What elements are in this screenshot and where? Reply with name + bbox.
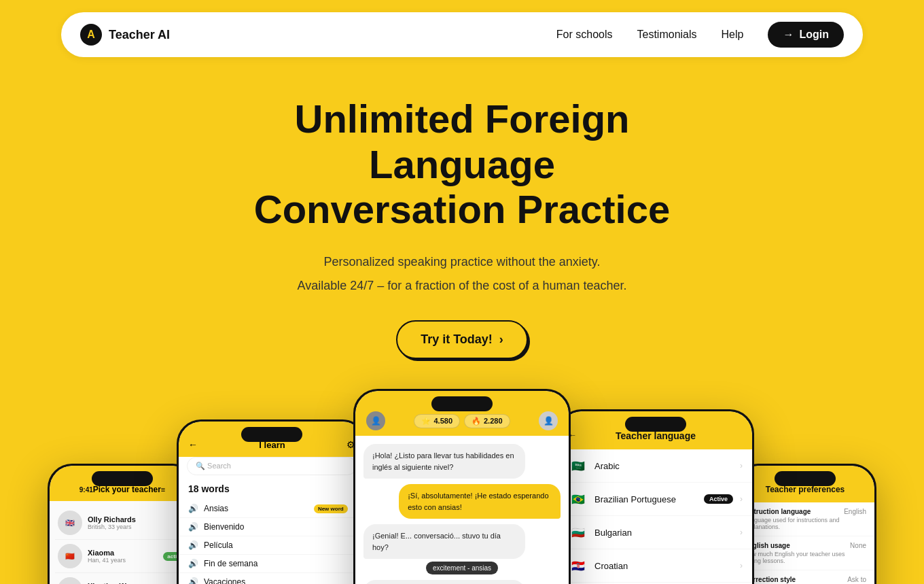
nav-help[interactable]: Help bbox=[722, 29, 744, 41]
p3-scores: ⭐ 4.580 🔥 2.280 bbox=[414, 414, 510, 428]
language-flag: 🇧🇷 bbox=[569, 489, 588, 509]
pref-value: English bbox=[844, 508, 866, 515]
teacher-name: Xiaoma bbox=[88, 549, 158, 557]
logo[interactable]: A Teacher AI bbox=[80, 24, 170, 46]
p3-score1: ⭐ 4.580 bbox=[414, 414, 460, 428]
hero-subtext-1: Personalized speaking practice without t… bbox=[14, 252, 910, 273]
p3-user-avatar: 👤 bbox=[539, 411, 558, 430]
chat-bubble: ¡Genial! E... conversació... stuvo tu dí… bbox=[363, 524, 525, 559]
nav-for-schools[interactable]: For schools bbox=[556, 29, 613, 41]
language-row: 🇧🇬 Bulgarian › bbox=[559, 516, 752, 549]
teacher-avatar: 🇬🇧 bbox=[58, 511, 82, 535]
chat-bubble: ¡Hola! ¿Listo para llevar tus habilidade… bbox=[363, 444, 525, 479]
word-row: 🔊 Película › bbox=[179, 536, 365, 555]
new-word-badge: New word bbox=[314, 504, 348, 513]
teacher-row: 🇬🇧 Olly Richards British, 33 years bbox=[55, 506, 190, 540]
p2-words-count: 18 words bbox=[179, 481, 365, 500]
phone-teacher-picker: 9:41 Pick your teacher ≡ 🇬🇧 Olly Richard… bbox=[48, 464, 197, 584]
pref-label: English usage bbox=[744, 542, 850, 549]
language-flag: 🇸🇦 bbox=[569, 456, 588, 475]
language-name: Bulgarian bbox=[594, 528, 733, 538]
phone-notch bbox=[92, 471, 153, 486]
p3-avatar: 👤 bbox=[366, 411, 385, 430]
phone-chat: 👤 ⭐ 4.580 🔥 2.280 👤 ¡Hola! ¿Listo para l… bbox=[353, 389, 571, 584]
language-name: Arabic bbox=[594, 461, 733, 471]
word-row: 🔊 Ansias New word › bbox=[179, 500, 365, 518]
p3-chat-area: ¡Hola! ¿Listo para llevar tus habilidade… bbox=[355, 436, 569, 584]
teacher-row: 🇨🇳 Xiaoting Wang Chinese, 30 years bbox=[55, 573, 190, 584]
chevron-right-icon: › bbox=[740, 528, 743, 537]
chat-bubble: ¡Sí, absolutamente! ¡He estado esperando… bbox=[399, 484, 561, 519]
phone-preferences: Teacher preferences Instruction language… bbox=[734, 464, 876, 584]
teacher-sub: British, 33 years bbox=[88, 523, 187, 530]
pref-value: Ask to repeat bbox=[835, 576, 866, 584]
phones-showcase: 9:41 Pick your teacher ≡ 🇬🇧 Olly Richard… bbox=[0, 389, 924, 584]
chat-bubble: excitement - ansias bbox=[426, 562, 498, 574]
language-row: 🇸🇦 Arabic › bbox=[559, 449, 752, 483]
cta-chevron-icon: › bbox=[499, 332, 503, 347]
phone-notch bbox=[431, 396, 493, 411]
p1-title: Pick your teacher bbox=[93, 485, 161, 494]
pref-label: Correction style bbox=[744, 576, 835, 583]
teacher-avatar: 🇨🇳 bbox=[58, 577, 82, 584]
pref-value: None bbox=[850, 542, 866, 549]
p4-language-list: 🇸🇦 Arabic › 🇧🇷 Brazilian Portuguese Acti… bbox=[559, 449, 752, 584]
logo-icon: A bbox=[80, 24, 102, 46]
pref-desc: Language used for instructions and expla… bbox=[744, 517, 844, 530]
speaker-icon: 🔊 bbox=[188, 540, 198, 550]
language-row: 🇧🇷 Brazilian Portuguese Active › bbox=[559, 483, 752, 516]
speaker-icon: 🔊 bbox=[188, 504, 198, 513]
word-text: Vacaciones bbox=[204, 577, 348, 584]
language-name: Brazilian Portuguese bbox=[594, 494, 697, 504]
word-row: 🔊 Fin de semana › bbox=[179, 555, 365, 573]
teacher-info: Olly Richards British, 33 years bbox=[88, 515, 187, 530]
speaker-icon: 🔊 bbox=[188, 577, 198, 584]
pref-desc: How much English your teacher uses durin… bbox=[744, 551, 850, 564]
p2-search[interactable]: 🔍 Search bbox=[187, 457, 357, 475]
chevron-right-icon: › bbox=[740, 561, 743, 570]
phone-notch bbox=[775, 471, 836, 486]
pref-label: Instruction language bbox=[744, 508, 844, 515]
teacher-avatar: 🇨🇳 bbox=[58, 544, 82, 568]
phone-language-list: ← Teacher language 🇸🇦 Arabic › 🇧🇷 Brazil… bbox=[557, 409, 754, 584]
login-button[interactable]: → Login bbox=[768, 22, 844, 48]
word-text: Fin de semana bbox=[204, 559, 348, 568]
chevron-right-icon: › bbox=[740, 461, 743, 470]
language-flag: 🇧🇬 bbox=[569, 523, 588, 542]
teacher-info: Xiaoma Han, 41 years bbox=[88, 549, 158, 564]
nav-testimonials[interactable]: Testimonials bbox=[637, 29, 697, 41]
word-text: Ansias bbox=[204, 504, 308, 513]
language-row: 🇭🇷 Croatian › bbox=[559, 549, 752, 583]
preference-row: English usage How much English your teac… bbox=[736, 536, 874, 570]
hero-subtext-2: Available 24/7 – for a fraction of the c… bbox=[14, 275, 910, 296]
phone-vocabulary: ← I learn ⚙ 🔍 Search 18 words 🔊 Ansias N… bbox=[177, 419, 367, 584]
word-row: 🔊 Bienvenido › bbox=[179, 518, 365, 536]
hero-heading: Unlimited Foreign Language Conversation … bbox=[207, 97, 717, 233]
teacher-name: Olly Richards bbox=[88, 515, 187, 523]
phone-notch bbox=[241, 427, 302, 442]
speaker-icon: 🔊 bbox=[188, 559, 198, 568]
hero-section: Unlimited Foreign Language Conversation … bbox=[0, 69, 924, 359]
p5-prefs-list: Instruction language Language used for i… bbox=[736, 502, 874, 584]
p3-score2: 🔥 2.280 bbox=[464, 414, 510, 428]
language-flag: 🇭🇷 bbox=[569, 556, 588, 575]
chevron-right-icon: › bbox=[740, 494, 743, 504]
preference-row: Instruction language Language used for i… bbox=[736, 502, 874, 536]
nav-links: For schools Testimonials Help → Login bbox=[556, 22, 844, 48]
teacher-row: 🇨🇳 Xiaoma Han, 41 years active bbox=[55, 540, 190, 573]
active-badge: Active bbox=[704, 494, 733, 504]
language-name: Croatian bbox=[594, 561, 733, 571]
teacher-sub: Han, 41 years bbox=[88, 557, 158, 564]
login-arrow-icon: → bbox=[783, 29, 794, 41]
p1-teachers-list: 🇬🇧 Olly Richards British, 33 years 🇨🇳 Xi… bbox=[50, 501, 195, 584]
word-row: 🔊 Vacaciones › bbox=[179, 573, 365, 584]
cta-button[interactable]: Try it Today! › bbox=[396, 320, 528, 359]
speaker-icon: 🔊 bbox=[188, 522, 198, 532]
p2-words-list: 🔊 Ansias New word › 🔊 Bienvenido › 🔊 Pel… bbox=[179, 500, 365, 584]
logo-text: Teacher AI bbox=[109, 28, 170, 42]
navbar: A Teacher AI For schools Testimonials He… bbox=[61, 12, 863, 57]
word-text: Bienvenido bbox=[204, 522, 348, 532]
preference-row: Correction style Method of correcting mi… bbox=[736, 570, 874, 584]
chat-bubble: Mi día estuvo bastante bien, gracias. Fu… bbox=[363, 580, 525, 584]
phone-notch bbox=[625, 417, 686, 432]
